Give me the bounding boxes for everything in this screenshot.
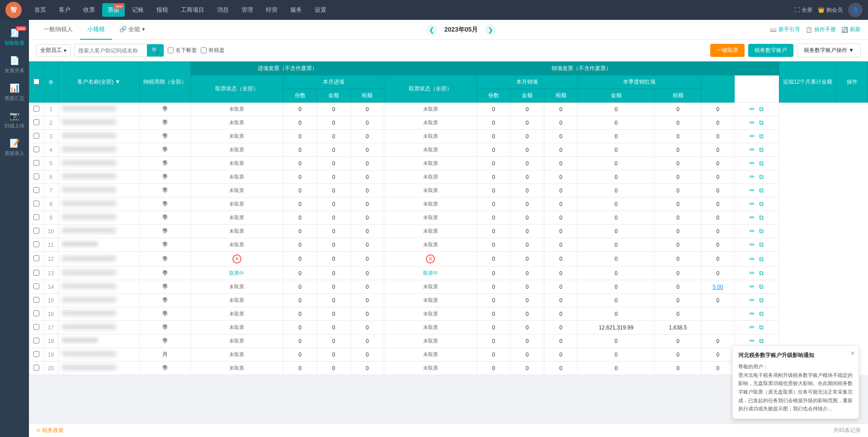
prev-period-btn[interactable]: ❮ [426, 24, 437, 35]
tab-small[interactable]: 小规模 [80, 20, 112, 40]
edit-btn[interactable]: ✏ [750, 241, 755, 248]
copy-btn[interactable]: ⧉ [759, 337, 764, 344]
copy-btn[interactable]: ⧉ [759, 241, 764, 248]
cumulative-value[interactable]: 5.00 [712, 284, 723, 290]
next-period-btn[interactable]: ❯ [485, 24, 496, 35]
tab-all[interactable]: 🔗 全能 ▾ [112, 20, 152, 40]
out-status-cell[interactable]: 未取票 [384, 103, 477, 116]
edit-btn[interactable]: ✏ [750, 310, 755, 317]
out-status-cell[interactable]: 未取票 [384, 362, 477, 375]
copy-btn[interactable]: ⧉ [759, 283, 764, 290]
notification-close-btn[interactable]: ✕ [850, 349, 855, 358]
row-checkbox[interactable] [33, 146, 39, 152]
copy-btn[interactable]: ⧉ [759, 146, 764, 153]
in-status-cell[interactable]: 未取票 [191, 143, 283, 157]
copy-btn[interactable]: ⧉ [759, 119, 764, 126]
row-checkbox[interactable] [33, 241, 39, 247]
refresh-link[interactable]: 🔄 刷新 [841, 26, 861, 33]
tab-general[interactable]: 一般纳税人 [36, 20, 80, 40]
out-status-cell[interactable]: 未取票 [384, 143, 477, 157]
has-disk-checkbox[interactable]: 有税盘 [201, 47, 225, 54]
user-avatar[interactable]: 👤 [848, 3, 863, 17]
out-status-cell[interactable]: ✕ [384, 252, 477, 267]
manual-link[interactable]: 📋 操作手册 [806, 26, 836, 33]
out-status-cell[interactable]: 未取票 [384, 225, 477, 238]
member-btn[interactable]: 👑 购会员 [818, 6, 843, 14]
out-status-cell[interactable]: 未取票 [384, 280, 477, 294]
row-checkbox[interactable] [33, 365, 39, 371]
edit-btn[interactable]: ✏ [750, 255, 755, 263]
row-checkbox[interactable] [33, 338, 39, 343]
row-checkbox[interactable] [33, 255, 39, 261]
row-checkbox[interactable] [33, 297, 39, 303]
edit-btn[interactable]: ✏ [750, 283, 755, 290]
in-status-cell[interactable]: ✕ [191, 252, 283, 267]
out-status-cell[interactable]: 未取票 [384, 321, 477, 334]
out-status-cell[interactable]: 未取票 [384, 170, 477, 184]
out-status-cell[interactable]: 未取票 [384, 238, 477, 252]
edit-btn[interactable]: ✏ [750, 337, 755, 344]
out-status-cell[interactable]: 未取票 [384, 116, 477, 130]
edit-btn[interactable]: ✏ [750, 200, 755, 207]
row-checkbox[interactable] [33, 160, 39, 166]
out-status-cell[interactable]: 未取票 [384, 157, 477, 170]
copy-btn[interactable]: ⧉ [759, 187, 764, 194]
error-status-icon[interactable]: ✕ [426, 254, 435, 263]
in-status-cell[interactable]: 未取票 [191, 238, 283, 252]
tax-ops-btn[interactable]: 税务数字账户操作 ▼ [797, 43, 861, 57]
one-click-btn[interactable]: 一键取票 [710, 44, 745, 57]
nav-business[interactable]: 工商项目 [175, 3, 210, 17]
in-status-cell[interactable]: 未取票 [191, 348, 283, 362]
nav-home[interactable]: 首页 [29, 3, 52, 17]
edit-btn[interactable]: ✏ [750, 132, 755, 140]
in-status-cell[interactable]: 未取票 [191, 321, 283, 334]
in-status-cell[interactable]: 未取票 [191, 103, 283, 116]
tax-policy-link[interactable]: ⊙ 税务政策 [36, 427, 64, 434]
in-status-cell[interactable]: 未取票 [191, 280, 283, 294]
out-status-cell[interactable]: 未取票 [384, 334, 477, 348]
nav-operation[interactable]: 经营 [260, 3, 283, 17]
copy-btn[interactable]: ⧉ [759, 214, 764, 221]
out-status-cell[interactable]: 未取票 [384, 130, 477, 143]
in-status-cell[interactable]: 未取票 [191, 116, 283, 130]
out-status-cell[interactable]: 未取票 [384, 348, 477, 362]
employee-selector[interactable]: 全部员工 ▾ [36, 44, 71, 56]
row-checkbox[interactable] [33, 119, 39, 125]
copy-btn[interactable]: ⧉ [759, 132, 764, 140]
row-checkbox[interactable] [33, 187, 39, 193]
nav-accounting[interactable]: 记账 [127, 3, 149, 17]
in-status-cell[interactable]: 未取票 [191, 334, 283, 348]
nav-client[interactable]: 客户 [53, 3, 76, 17]
copy-btn[interactable]: ⧉ [759, 310, 764, 317]
out-status-cell[interactable]: 未取票 [384, 211, 477, 225]
copy-btn[interactable]: ⧉ [759, 227, 764, 235]
out-status-cell[interactable]: 取票中 [384, 267, 477, 280]
my-accounts-checkbox[interactable]: 名下帐套 [168, 47, 197, 54]
row-checkbox[interactable] [33, 324, 39, 330]
in-status-cell[interactable]: 未取票 [191, 184, 283, 197]
sidebar-item-summary[interactable]: 📊 票据汇总 [0, 79, 29, 106]
in-status-cell[interactable]: 未取票 [191, 170, 283, 184]
copy-btn[interactable]: ⧉ [759, 105, 764, 113]
out-status-cell[interactable]: 未取票 [384, 184, 477, 197]
row-checkbox[interactable] [33, 201, 39, 207]
row-checkbox[interactable] [33, 106, 39, 112]
row-checkbox[interactable] [33, 270, 39, 276]
nav-tax[interactable]: 报税 [151, 3, 174, 17]
nav-invoice-collect[interactable]: 收票 [78, 3, 100, 17]
nav-service[interactable]: 服务 [285, 3, 307, 17]
copy-btn[interactable]: ⧉ [759, 160, 764, 167]
sidebar-item-entry[interactable]: 📝 票据录入 [0, 134, 29, 161]
in-status-cell[interactable]: 未取票 [191, 130, 283, 143]
edit-btn[interactable]: ✏ [750, 146, 755, 153]
new-guide-link[interactable]: 📖 新手引导 [770, 26, 800, 33]
in-status-cell[interactable]: 未取票 [191, 362, 283, 375]
out-status-cell[interactable]: 未取票 [384, 294, 477, 307]
sidebar-item-smart-tax[interactable]: new 🧾 智能取票 [0, 23, 29, 51]
in-status-cell[interactable]: 未取票 [191, 197, 283, 211]
error-status-icon[interactable]: ✕ [232, 254, 241, 263]
out-status-cell[interactable]: 未取票 [384, 307, 477, 321]
copy-btn[interactable]: ⧉ [759, 269, 764, 277]
edit-btn[interactable]: ✏ [750, 269, 755, 277]
sidebar-item-open-invoice[interactable]: 📄 发票开具 [0, 51, 29, 79]
